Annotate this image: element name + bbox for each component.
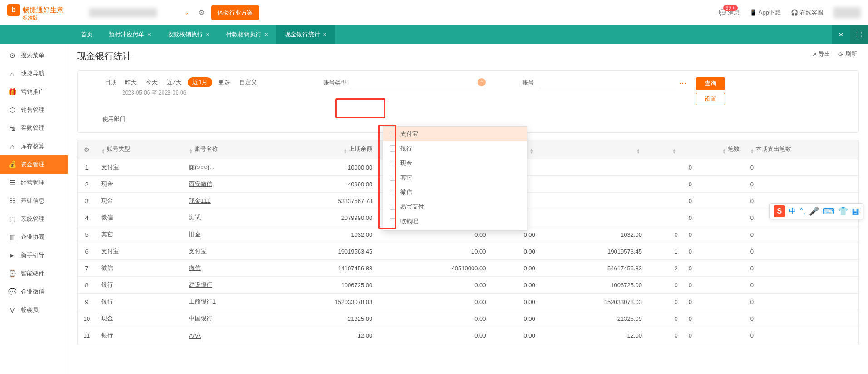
close-icon[interactable]: ✕ (323, 32, 327, 38)
checkbox-icon[interactable] (390, 204, 396, 210)
sidebar-item-7[interactable]: ☰经营管理 (0, 174, 68, 192)
dropdown-item[interactable]: 银行 (383, 141, 527, 156)
sidebar-item-8[interactable]: ☷基础信息 (0, 192, 68, 210)
account-name-link[interactable]: 测试 (183, 209, 271, 226)
sort-icon[interactable]: ▲▼ (101, 149, 105, 154)
settings-button[interactable]: 设置 (696, 93, 725, 105)
tab-1[interactable]: 预付冲应付单✕ (101, 25, 159, 44)
tab-2[interactable]: 收款核销执行✕ (159, 25, 218, 44)
department-select[interactable] (131, 114, 276, 124)
account-name-link[interactable]: 现金111 (183, 193, 271, 209)
account-name-link[interactable]: 旧金 (183, 226, 271, 243)
close-icon[interactable]: ✕ (147, 32, 151, 38)
sidebar-item-3[interactable]: ⬡销售管理 (0, 101, 68, 119)
ime-toolbar: S 中 °, 🎤 ⌨ 👕 ▦ (769, 203, 863, 219)
sidebar-item-9[interactable]: ◌系统管理 (0, 210, 68, 228)
checkbox-icon[interactable] (390, 145, 396, 152)
sort-icon[interactable]: ▲▼ (636, 149, 640, 154)
sort-icon[interactable]: ▲▼ (189, 149, 192, 154)
account-name-link[interactable]: 中国银行 (183, 310, 271, 327)
dropdown-item[interactable]: 现金 (383, 156, 527, 170)
dropdown-item[interactable]: 收钱吧 (383, 214, 527, 229)
gear-icon[interactable]: ⚙ (84, 146, 89, 153)
account-name-link[interactable]: 工商银行1 (183, 294, 271, 310)
ime-logo-icon[interactable]: S (774, 205, 785, 217)
ime-toolbox-icon[interactable]: ▦ (852, 206, 859, 216)
more-options-button[interactable]: ··· (679, 80, 687, 86)
company-selector[interactable]: ⌄ (89, 8, 189, 17)
ime-mic-icon[interactable]: 🎤 (809, 206, 819, 216)
date-option[interactable]: 更多 (216, 77, 233, 87)
gear-icon[interactable]: ⚙ (198, 8, 205, 17)
sidebar-item-2[interactable]: 🎁营销推广 (0, 83, 68, 101)
user-avatar-blurred[interactable] (833, 7, 861, 18)
refresh-button[interactable]: ⟳ 刷新 (838, 50, 857, 58)
sort-icon[interactable]: ▲▼ (722, 149, 726, 154)
sidebar-item-5[interactable]: ⌂库存核算 (0, 137, 68, 155)
dropdown-item[interactable]: 长沙银行 (383, 229, 527, 231)
sort-icon[interactable]: ▲▼ (750, 149, 754, 154)
date-option[interactable]: 近1月 (188, 77, 212, 87)
account-name-link[interactable]: AAA (183, 327, 271, 344)
dropdown-item[interactable]: 支付宝 (383, 127, 527, 141)
sort-icon[interactable]: ▲▼ (343, 149, 347, 154)
close-icon[interactable]: ✕ (206, 32, 210, 38)
checkbox-icon[interactable] (390, 131, 396, 137)
tab-3[interactable]: 付款核销执行✕ (218, 25, 276, 44)
table-header[interactable]: ▲▼本期支出笔数 (745, 140, 858, 159)
table-header[interactable]: ▲▼上期余额 (271, 140, 378, 159)
table-header[interactable]: ▲▼账号类型 (96, 140, 183, 159)
dropdown-item[interactable]: 易宝支付 (383, 199, 527, 214)
sidebar-item-13[interactable]: 💬企业微信 (0, 283, 68, 301)
sidebar-item-12[interactable]: ⌚智能硬件 (0, 264, 68, 283)
ime-punct-icon[interactable]: °, (800, 207, 805, 216)
app-download-button[interactable]: 📱 App下载 (750, 9, 781, 17)
sidebar-item-4[interactable]: 🛍采购管理 (0, 119, 68, 137)
export-button[interactable]: ↗ 导出 (812, 50, 830, 58)
account-type-input[interactable] (350, 77, 486, 88)
date-option[interactable]: 自定义 (237, 77, 260, 87)
table-header[interactable]: ▲▼ (541, 140, 647, 159)
checkbox-icon[interactable] (390, 175, 396, 181)
account-name-link[interactable]: 建设银行 (183, 277, 271, 294)
date-option[interactable]: 近7天 (164, 77, 184, 87)
table-header[interactable]: ▲▼笔数 (683, 140, 745, 159)
account-name-link[interactable]: 支付宝 (183, 243, 271, 260)
checkbox-icon[interactable] (390, 218, 396, 224)
tab-0[interactable]: 首页 (73, 25, 101, 44)
industry-solution-button[interactable]: 体验行业方案 (211, 5, 259, 20)
dropdown-item[interactable]: 其它 (383, 170, 527, 185)
account-name-link[interactable]: 陇(○○○)... (183, 159, 271, 176)
ime-skin-icon[interactable]: 👕 (838, 206, 848, 216)
table-cell: 1 (78, 159, 96, 176)
date-option[interactable]: 今天 (143, 77, 160, 87)
close-tab-button[interactable]: ✕ (832, 25, 850, 44)
close-icon[interactable]: ✕ (264, 32, 268, 38)
account-name-link[interactable]: 西安微信 (183, 176, 271, 193)
messages-button[interactable]: 💬 消息 99 + (719, 9, 740, 17)
sidebar-item-11[interactable]: ▸新手引导 (0, 246, 68, 264)
query-button[interactable]: 查询 (696, 77, 725, 90)
table-header[interactable]: ⚙ (78, 140, 96, 159)
account-name-link[interactable]: 微信 (183, 260, 271, 277)
date-option[interactable]: 昨天 (122, 77, 139, 87)
account-input[interactable] (539, 77, 676, 88)
sort-icon[interactable]: ▲▼ (530, 149, 533, 154)
ime-lang-button[interactable]: 中 (789, 207, 796, 216)
sidebar-item-0[interactable]: ⊙搜索菜单 (0, 46, 68, 65)
sidebar-item-10[interactable]: ▥企业协同 (0, 228, 68, 246)
dropdown-item[interactable]: 微信 (383, 185, 527, 199)
tab-4[interactable]: 现金银行统计✕ (276, 25, 335, 44)
table-header[interactable]: ▲▼ (647, 140, 683, 159)
sort-icon[interactable]: ▲▼ (672, 149, 676, 154)
sidebar-item-1[interactable]: ⌂快捷导航 (0, 65, 68, 83)
sidebar-item-6[interactable]: 💰资金管理 (0, 155, 68, 174)
table-cell: 3 (78, 193, 96, 209)
ime-keyboard-icon[interactable]: ⌨ (823, 206, 834, 216)
online-service-button[interactable]: 🎧 在线客服 (791, 9, 824, 17)
checkbox-icon[interactable] (390, 160, 396, 166)
table-header[interactable]: ▲▼账号名称 (183, 140, 271, 159)
sidebar-item-14[interactable]: V畅会员 (0, 301, 68, 319)
expand-button[interactable]: ⛶ (850, 25, 868, 44)
checkbox-icon[interactable] (390, 189, 396, 195)
